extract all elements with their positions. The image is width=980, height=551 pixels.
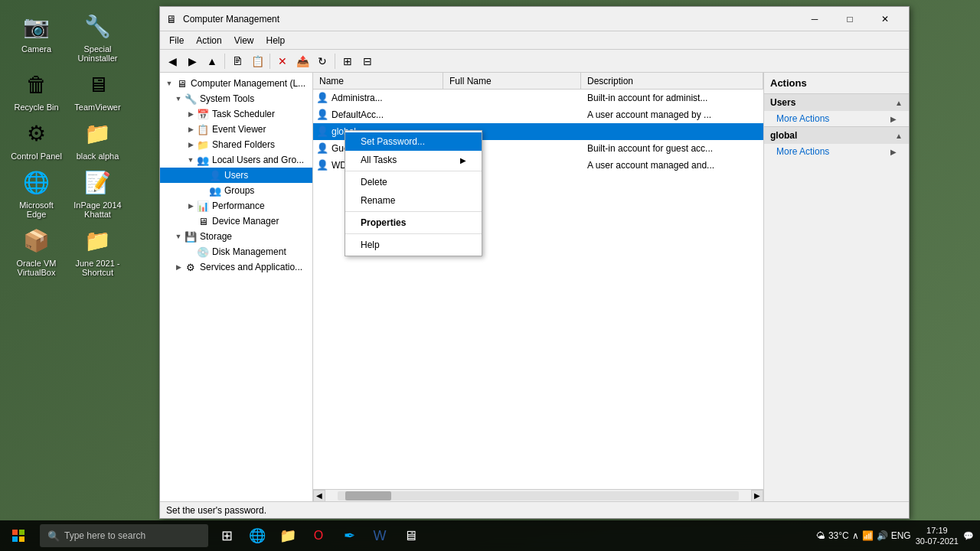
app7-taskbar-icon[interactable]: 🖥 <box>398 520 423 551</box>
taskbar-search-box[interactable]: 🔍 <box>40 524 208 547</box>
console-button[interactable]: ⊞ <box>338 52 357 70</box>
expand-services-apps[interactable]: ▶ <box>172 261 185 273</box>
svg-rect-0 <box>12 530 18 535</box>
back-button[interactable]: ◀ <box>163 52 181 70</box>
scroll-left-arrow[interactable]: ◀ <box>313 490 325 502</box>
ctx-all-tasks[interactable]: All Tasks ▶ <box>345 151 482 169</box>
col-header-name[interactable]: Name <box>313 73 443 89</box>
desktop-icon-special-uninstaller[interactable]: 🔧 Special Uninstaller <box>69 8 126 66</box>
desktop-icon-june-2021[interactable]: 📁 June 2021 - Shortcut <box>69 222 126 280</box>
local-users-icon: 👥 <box>197 154 209 166</box>
desktop-icon-inpage[interactable]: 📝 InPage 2014 Khattat <box>69 164 126 222</box>
file-explorer-taskbar-icon[interactable]: 📁 <box>276 520 300 551</box>
desktop-icon-camera[interactable]: 📷 Camera <box>8 8 65 66</box>
horizontal-scrollbar[interactable]: ◀ ▶ <box>313 489 763 501</box>
tree-item-groups[interactable]: ▶ 👥 Groups <box>160 183 312 198</box>
mmc-button[interactable]: ⊟ <box>358 52 377 70</box>
menu-help[interactable]: Help <box>260 34 292 47</box>
scroll-thumb[interactable] <box>345 491 391 500</box>
col-header-description[interactable]: Description <box>581 73 763 89</box>
actions-more-actions-global[interactable]: More Actions ▶ <box>764 144 909 159</box>
menu-file[interactable]: File <box>163 34 190 47</box>
word-taskbar-icon[interactable]: W <box>368 520 392 551</box>
tree-item-storage[interactable]: ▼ 💾 Storage <box>160 229 312 244</box>
refresh-button[interactable]: ↻ <box>313 52 332 70</box>
notification-icon[interactable]: 💬 <box>963 531 974 541</box>
tree-item-local-users[interactable]: ▼ 👥 Local Users and Gro... <box>160 152 312 168</box>
desktop-icon-oracle-vm[interactable]: 📦 Oracle VM VirtualBox <box>8 222 65 280</box>
disk-mgmt-icon: 💿 <box>197 246 209 258</box>
ctx-all-tasks-arrow: ▶ <box>460 156 466 165</box>
col-header-fullname[interactable]: Full Name <box>443 73 581 89</box>
weather-icon: 🌤 <box>816 530 825 541</box>
chrome-taskbar-icon[interactable]: 🌐 <box>245 520 270 551</box>
forward-button[interactable]: ▶ <box>183 52 201 70</box>
microsoft-edge-icon: 🌐 <box>21 167 52 197</box>
ctx-set-password[interactable]: Set Password... <box>345 132 482 151</box>
ctx-help[interactable]: Help <box>345 236 482 254</box>
actions-section-global-header[interactable]: global ▲ <box>764 127 909 144</box>
network-icon[interactable]: 📶 <box>862 530 874 541</box>
opera-taskbar-icon[interactable]: O <box>306 520 331 551</box>
device-manager-icon: 🖥 <box>197 215 209 227</box>
expand-local-users[interactable]: ▼ <box>185 154 197 166</box>
expand-computer-mgmt[interactable]: ▼ <box>163 77 175 90</box>
clock[interactable]: 17:19 30-07-2021 <box>916 525 959 547</box>
tree-item-disk-mgmt[interactable]: ▶ 💿 Disk Management <box>160 244 312 259</box>
tree-item-computer-mgmt[interactable]: ▼ 🖥 Computer Management (L... <box>160 76 312 91</box>
menu-action[interactable]: Action <box>190 34 227 47</box>
user-icon-defaultacc: 👤 <box>316 109 328 121</box>
desktop-icon-recycle-bin[interactable]: 🗑 Recycle Bin <box>8 66 65 115</box>
expand-event-viewer[interactable]: ▶ <box>185 123 197 135</box>
svg-rect-2 <box>12 536 18 542</box>
app5-taskbar-icon[interactable]: ✒ <box>337 520 361 551</box>
list-row[interactable]: 👤 Administra... Built-in account for adm… <box>313 90 763 106</box>
desktop-icon-black-alpha[interactable]: 📁 black alpha <box>69 115 126 164</box>
scroll-track[interactable] <box>338 491 739 500</box>
export-button[interactable]: 📤 <box>293 52 312 70</box>
ctx-delete[interactable]: Delete <box>345 173 482 191</box>
expand-shared-folders[interactable]: ▶ <box>185 139 197 151</box>
local-users-label: Local Users and Gro... <box>212 155 304 165</box>
control-panel-icon: ⚙ <box>21 118 52 148</box>
tree-item-users[interactable]: ▶ 👤 Users <box>160 168 312 183</box>
search-input[interactable] <box>64 530 201 541</box>
users-icon: 👤 <box>209 169 221 181</box>
volume-icon[interactable]: 🔊 <box>877 530 888 541</box>
properties-button[interactable]: 📋 <box>248 52 266 70</box>
tree-item-services-apps[interactable]: ▶ ⚙ Services and Applicatio... <box>160 259 312 275</box>
desktop-icon-control-panel[interactable]: ⚙ Control Panel <box>8 115 65 164</box>
name-value-defaultacc: DefaultAcc... <box>332 109 440 120</box>
actions-section-users-header[interactable]: Users ▲ <box>764 94 909 111</box>
start-button[interactable] <box>0 520 37 551</box>
storage-label: Storage <box>200 231 232 242</box>
menu-view[interactable]: View <box>228 34 260 47</box>
tree-item-device-manager[interactable]: ▶ 🖥 Device Manager <box>160 214 312 229</box>
tree-item-shared-folders[interactable]: ▶ 📁 Shared Folders <box>160 137 312 152</box>
tree-item-event-viewer[interactable]: ▶ 📋 Event Viewer <box>160 122 312 137</box>
window-title: Computer Management <box>183 14 797 24</box>
desktop-icon-microsoft-edge[interactable]: 🌐 Microsoft Edge <box>8 164 65 222</box>
special-uninstaller-label: Special Uninstaller <box>72 44 123 63</box>
tree-item-performance[interactable]: ▶ 📊 Performance <box>160 198 312 214</box>
ctx-properties[interactable]: Properties <box>345 214 482 232</box>
expand-performance[interactable]: ▶ <box>185 200 197 212</box>
up-button[interactable]: ▲ <box>203 52 221 70</box>
show-hide-button[interactable]: 🖹 <box>228 52 247 70</box>
expand-storage[interactable]: ▼ <box>172 230 185 243</box>
task-view-button[interactable]: ⊞ <box>214 520 239 551</box>
tree-item-system-tools[interactable]: ▼ 🔧 System Tools <box>160 91 312 106</box>
maximize-button[interactable]: □ <box>832 7 867 31</box>
chevron-up-icon[interactable]: ∧ <box>852 530 859 541</box>
actions-more-actions-users[interactable]: More Actions ▶ <box>764 111 909 126</box>
list-row[interactable]: 👤 DefaultAcc... A user account managed b… <box>313 106 763 123</box>
minimize-button[interactable]: ─ <box>797 7 832 31</box>
tree-item-task-scheduler[interactable]: ▶ 📅 Task Scheduler <box>160 106 312 122</box>
delete-button[interactable]: ✕ <box>273 52 292 70</box>
expand-system-tools[interactable]: ▼ <box>172 93 185 105</box>
scroll-right-arrow[interactable]: ▶ <box>751 490 763 502</box>
expand-task-scheduler[interactable]: ▶ <box>185 108 197 120</box>
ctx-rename[interactable]: Rename <box>345 191 482 210</box>
desktop-icon-teamviewer[interactable]: 🖥 TeamViewer <box>69 66 126 115</box>
close-button[interactable]: ✕ <box>867 7 903 31</box>
